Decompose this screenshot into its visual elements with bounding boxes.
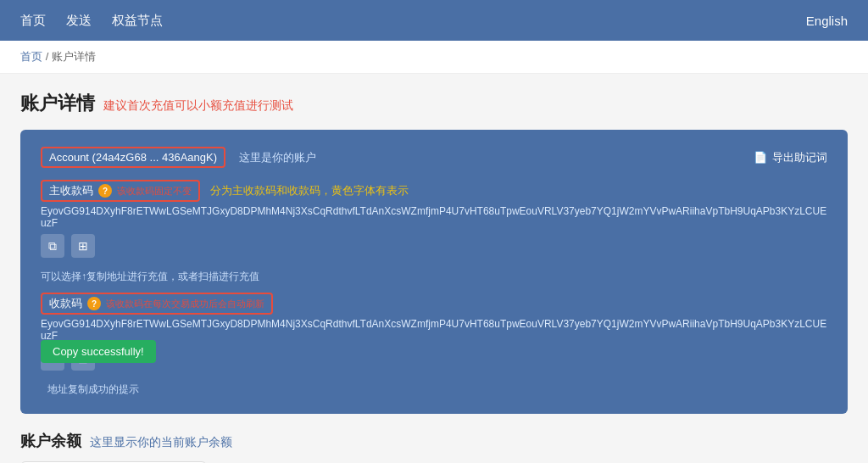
navbar-left: 首页 发送 权益节点 (20, 13, 806, 29)
account-id-box: Account (24a4zG68 ... 436AangK) (41, 147, 225, 168)
nav-nodes[interactable]: 权益节点 (112, 13, 163, 29)
main-code-copy-hint: 可以选择↑复制地址进行充值，或者扫描进行充值 (41, 270, 827, 284)
main-code-value: EyovGG914DXyhF8rETWwLGSeMTJGxyD8DPMhM4Nj… (41, 205, 827, 229)
recv-code-badge: 该收款码在每次交易成功后会自动刷新 (106, 298, 264, 310)
page-title-hint: 建议首次充值可以小额充值进行测试 (103, 98, 293, 114)
recv-code-question-icon[interactable]: ? (87, 297, 101, 310)
main-code-question-icon[interactable]: ? (98, 184, 112, 198)
recv-code-label-box: 收款码 ? 该收款码在每次交易成功后会自动刷新 (41, 293, 273, 315)
recv-code-label: 收款码 (49, 296, 82, 311)
account-card: Account (24a4zG68 ... 436AangK) 这里是你的账户 … (20, 130, 848, 414)
account-id-hint: 这里是你的账户 (239, 151, 316, 164)
main-code-label-row: 主收款码 ? 该收款码固定不变 分为主收款码和收款码，黄色字体有表示 (41, 180, 827, 202)
nav-send[interactable]: 发送 (66, 13, 92, 29)
page-title: 账户详情 (20, 91, 95, 116)
main-code-label-box: 主收款码 ? 该收款码固定不变 (41, 180, 200, 202)
balance-title-row: 账户余额 这里显示你的当前账户余额 (20, 431, 848, 451)
main-code-copy-icon[interactable]: ⧉ (41, 234, 64, 258)
breadcrumb-home[interactable]: 首页 (20, 50, 42, 63)
breadcrumb-separator: / (46, 50, 52, 63)
copy-toast: Copy successfully! (41, 340, 156, 363)
recv-code-value: EyovGG914DXyhF8rETWwLGSeMTJGxyD8DPMhM4Nj… (41, 318, 827, 342)
navbar: 首页 发送 权益节点 English (0, 0, 868, 41)
main-code-qr-icon[interactable]: ⊞ (71, 234, 95, 258)
lang-switcher[interactable]: English (806, 14, 848, 28)
export-mnemonic-button[interactable]: 📄 导出助记词 (754, 150, 827, 165)
balance-hint: 这里显示你的当前账户余额 (90, 435, 232, 450)
page-title-row: 账户详情 建议首次充值可以小额充值进行测试 (20, 91, 848, 116)
account-id-area: Account (24a4zG68 ... 436AangK) 这里是你的账户 (41, 147, 316, 168)
main-code-desc: 分为主收款码和收款码，黄色字体有表示 (210, 183, 409, 198)
recv-code-label-row: 收款码 ? 该收款码在每次交易成功后会自动刷新 (41, 293, 827, 315)
breadcrumb: 首页 / 账户详情 (0, 41, 868, 74)
main-code-label: 主收款码 (49, 183, 93, 198)
main-content: 账户详情 建议首次充值可以小额充值进行测试 Account (24a4zG68 … (0, 74, 868, 463)
export-label: 导出助记词 (772, 150, 827, 165)
export-icon: 📄 (754, 151, 767, 164)
main-code-icon-row: ⧉ ⊞ (41, 234, 827, 258)
nav-home[interactable]: 首页 (20, 13, 46, 29)
copy-hint: 地址复制成功的提示 (47, 382, 139, 397)
balance-title: 账户余额 (20, 431, 81, 451)
recv-code-icon-row: ⧉ ⊞ (41, 347, 827, 371)
account-header: Account (24a4zG68 ... 436AangK) 这里是你的账户 … (41, 147, 827, 168)
breadcrumb-current: 账户详情 (52, 50, 96, 63)
main-code-badge: 该收款码固定不变 (117, 185, 192, 198)
copy-toast-row: Copy successfully! 地址复制成功的提示 (41, 382, 827, 397)
